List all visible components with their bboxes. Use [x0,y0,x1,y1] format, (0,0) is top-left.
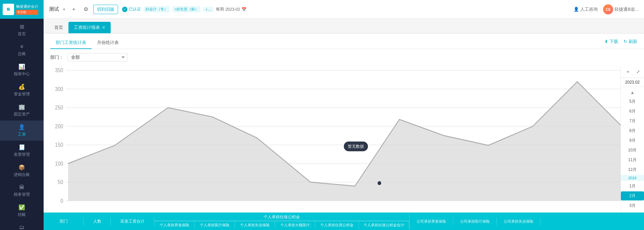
th-company-unemployment: 公司承担失业保险 [497,218,540,225]
th-company-pension: 公司承担养老保险 [410,218,453,225]
month-3[interactable]: 3月 [621,201,644,210]
sidebar-item-general-ledger[interactable]: ≡ 总账 [0,40,44,60]
topbar-actions: + ⚙ 切到旧版 [69,5,118,14]
sidebar-item-report-center[interactable]: 📊 报表中心 [0,60,44,80]
logo-text: 畅捷通好会计 专业版 [16,4,38,14]
tab-close-icon[interactable]: ✕ [102,25,105,30]
add-button[interactable]: + [69,5,78,14]
sidebar-item-label: 工资 [18,132,26,137]
sidebar-item-label: 报表中心 [14,71,30,77]
logo-badge: 专业版 [16,10,38,15]
old-version-button[interactable]: 切到旧版 [93,5,118,14]
sidebar-item-home[interactable]: ⊞ 首页 [0,20,44,40]
report-icon: 📊 [18,63,25,70]
ledger-icon: ≡ [20,44,23,50]
dept-filter-label: 部门： [50,54,63,60]
period-badge: 账期 2023-02 📅 [216,6,247,12]
th-personal-medical: 个人承担医疗保险 [195,221,235,229]
tab-home[interactable]: 首页 [49,22,68,33]
main-content: 测试 ▾ + ⚙ 切到旧版 已认证 好会计（专） +好生意（标） +… 账期 2… [44,0,644,230]
period-label: 账期 [216,6,224,12]
month-1[interactable]: 1月 [621,182,644,191]
sidebar-item-label: 首页 [18,31,26,37]
logo-icon: 畅 [3,4,14,15]
ai-icon: 👤 [574,7,579,12]
th-personal-pension: 个人承担养老保险 [154,221,195,229]
tabbar: 首页 工资统计报表 ✕ [44,19,644,34]
refresh-button[interactable]: ↻ 刷新 [624,39,637,45]
fund-icon: 💰 [18,84,25,90]
dept-filter-select[interactable]: 全部 销售部 研发部 财务部 人事部 [67,53,128,61]
month-5[interactable]: 5月 [621,97,644,106]
invoice-icon: 🧾 [18,144,25,150]
tag-good-accounting: 好会计（专） [144,6,170,12]
svg-marker-16 [68,82,640,201]
month-8[interactable]: 8月 [621,126,644,135]
th-personal-social-label: 个人承担社保公积金 [154,214,409,221]
logo-title: 畅捷通好会计 [16,4,38,9]
sales-icon: 📦 [18,164,25,171]
sidebar-item-label: 进销台账 [14,172,30,178]
month-7[interactable]: 7月 [621,117,644,126]
subtab-dept-salary[interactable]: 部门工资统计表 [50,37,92,49]
svg-text:150: 150 [55,142,63,148]
month-12[interactable]: 12月 [621,165,644,174]
svg-text:200: 200 [55,123,63,129]
th-personal-major-medical: 个人承担大额医疗 [275,221,315,229]
topbar-title: 测试 [49,6,59,12]
month-9[interactable]: 9月 [621,136,644,145]
refresh-icon: ↻ [624,39,627,44]
th-personal-social-children: 个人承担养老保险 个人承担医疗保险 个人承担失业保险 个人承担大额医疗 个人承担… [154,221,409,229]
sidebar-item-fixed-assets[interactable]: 🏢 固定资产 [0,100,44,121]
sidebar-item-tax[interactable]: 🏛 税务管理 [0,181,44,201]
sidebar-item-payroll[interactable]: 👤 工资 [0,121,44,141]
subtab-actions: ⬇ 下载 ↻ 刷新 [604,39,637,47]
sidebar-item-invoice[interactable]: 🧾 发票管理 [0,141,44,161]
archive-icon: 🗂 [19,224,24,230]
sidebar-logo: 畅 畅捷通好会计 专业版 [0,0,44,19]
month-6[interactable]: 6月 [621,107,644,116]
sidebar-item-label: 税务管理 [14,192,30,197]
sidebar-item-settlement[interactable]: ✅ 结账 [0,201,44,221]
th-personal-social-total: 个人承担社保公积金合计 [359,221,409,229]
certified-badge: 已认证 [122,6,141,12]
panel-close-button[interactable]: × [623,67,633,76]
tab-salary-report[interactable]: 工资统计报表 ✕ [68,22,111,33]
chart-area: 350 300 250 200 150 100 50 0 暂无数据 [44,65,644,213]
ai-label: 人工咨询 [580,6,598,12]
payroll-icon: 👤 [18,124,25,130]
sidebar-item-fund-management[interactable]: 💰 资金管理 [0,80,44,100]
download-button[interactable]: ⬇ 下载 [604,39,618,45]
month-4[interactable]: 4月 [621,211,644,213]
ai-assistant-button[interactable]: 👤 人工咨询 [574,6,598,12]
th-total-salary: 应发工资合计 [111,217,154,226]
sidebar-nav: ⊞ 首页 ≡ 总账 📊 报表中心 💰 资金管理 🏢 固定资产 👤 工资 🧾 发票… [0,19,44,230]
topbar-dropdown-arrow[interactable]: ▾ [63,7,65,12]
calendar-icon[interactable]: 📅 [241,7,247,12]
sidebar-item-archive[interactable]: 🗂 归档管理 [0,221,44,230]
month-11[interactable]: 11月 [621,155,644,165]
month-10[interactable]: 10月 [621,146,644,155]
settings-gear-button[interactable]: ⚙ [81,5,91,14]
th-personal-social-group: 个人承担社保公积金 个人承担养老保险 个人承担医疗保险 个人承担失业保险 个人承… [154,214,410,229]
topbar: 测试 ▾ + ⚙ 切到旧版 已认证 好会计（专） +好生意（标） +… 账期 2… [44,0,644,19]
sidebar: 畅 畅捷通好会计 专业版 ⊞ 首页 ≡ 总账 📊 报表中心 💰 资金管理 🏢 固… [0,0,44,230]
svg-text:250: 250 [55,105,63,111]
download-label: 下载 [609,39,618,45]
subtab-group: 部门工资统计表 月份统计表 [50,37,124,49]
panel-expand-button[interactable]: ⤢ [633,67,643,76]
tax-icon: 🏛 [19,184,24,190]
tab-salary-label: 工资统计报表 [74,25,100,31]
svg-text:100: 100 [55,160,63,167]
month-2-active[interactable]: 2月 [621,191,644,200]
date-nav-up[interactable]: ▲ [629,88,636,96]
tag-more: +… [203,7,213,12]
assets-icon: 🏢 [18,104,25,110]
download-icon: ⬇ [604,39,608,44]
subtab-monthly[interactable]: 月份统计表 [92,37,124,49]
svg-text:0: 0 [60,198,63,204]
period-value: 2023-02 [225,7,240,12]
year-2024[interactable]: 2024 [621,175,644,181]
user-profile-button[interactable]: CE 轻捷通B追... [603,4,639,14]
sidebar-item-sales-ledger[interactable]: 📦 进销台账 [0,161,44,181]
